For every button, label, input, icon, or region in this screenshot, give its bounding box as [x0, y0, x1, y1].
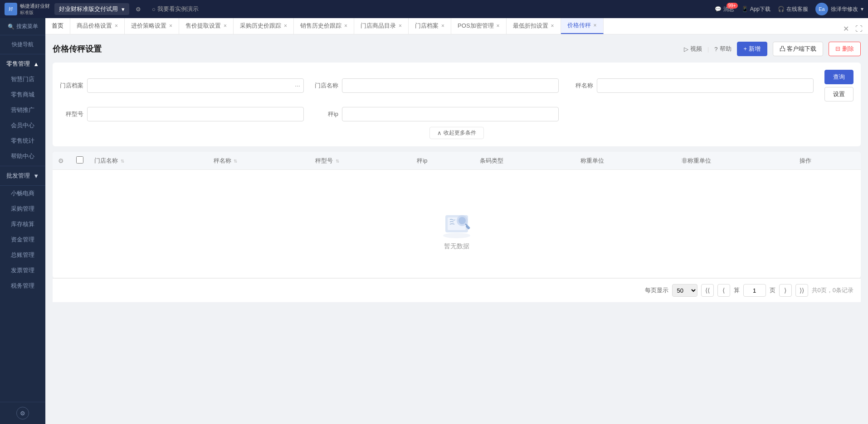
scale-ip-label: 秤ip — [315, 110, 338, 118]
tab-close-store-archive[interactable]: × — [441, 23, 444, 29]
user-menu[interactable]: Ea 徐泽华修改 ▾ — [815, 3, 863, 15]
tab-goods-price[interactable]: 商品价格设置 × — [70, 18, 125, 34]
headset-icon: 🎧 — [778, 6, 785, 12]
sidebar-item-purchase[interactable]: 采购管理 — [0, 201, 45, 217]
empty-state: 暂无数据 — [53, 170, 861, 278]
scale-ip-input[interactable] — [342, 107, 559, 121]
page-unit: 页 — [770, 286, 775, 294]
tab-home[interactable]: 首页 — [45, 18, 70, 34]
th-checkbox — [71, 152, 89, 170]
sidebar-item-member-center[interactable]: 会员中心 — [0, 118, 45, 133]
tab-close-store-catalog[interactable]: × — [399, 23, 402, 29]
content-area: 首页 商品价格设置 × 进价策略设置 × 售价提取设置 × 采购历史价跟踪 × … — [45, 18, 868, 424]
tab-purchase-strategy[interactable]: 进价策略设置 × — [125, 18, 179, 34]
sidebar-item-tax[interactable]: 税务管理 — [0, 278, 45, 294]
wholesale-section: 批发管理 ▼ — [0, 166, 45, 186]
sidebar-item-retail-stats[interactable]: 零售统计 — [0, 133, 45, 149]
logo-area: 好 畅捷通好业财 标准版 — [5, 3, 50, 15]
app-download-btn[interactable]: 📱 App下载 — [741, 5, 770, 13]
next-page-btn[interactable]: ⟩ — [779, 284, 792, 297]
settings-btn[interactable]: 设置 — [824, 87, 853, 101]
prev-page-btn[interactable]: ⟨ — [717, 284, 730, 297]
tab-close-sale-price[interactable]: × — [224, 23, 227, 29]
tab-close-goods-price[interactable]: × — [115, 23, 118, 29]
page-number-input[interactable] — [743, 284, 766, 297]
chevron-down-icon: ▼ — [33, 173, 39, 179]
store-name-input[interactable] — [342, 78, 559, 93]
th-scale-model[interactable]: 秤型号 ⇅ — [310, 152, 411, 170]
tab-price-scale[interactable]: 价格传秤 × — [561, 18, 604, 34]
tab-close-purchase-history[interactable]: × — [284, 23, 287, 29]
th-scale-name[interactable]: 秤名称 ⇅ — [208, 152, 310, 170]
sidebar-item-help-center[interactable]: 帮助中心 — [0, 149, 45, 164]
store-archive-input[interactable] — [87, 78, 304, 93]
select-all-checkbox[interactable] — [76, 156, 83, 164]
scale-name-input[interactable] — [597, 78, 814, 93]
sidebar-item-marketing[interactable]: 营销推广 — [0, 102, 45, 118]
tab-close-window-btn[interactable]: ✕ — [841, 24, 851, 34]
user-chevron-icon: ▾ — [861, 6, 863, 12]
online-service-btn[interactable]: 🎧 在线客服 — [778, 5, 808, 13]
scale-model-input[interactable] — [87, 107, 304, 121]
last-page-btn[interactable]: ⟩⟩ — [795, 284, 808, 297]
demo-link[interactable]: ○ 我要看实例演示 — [152, 5, 199, 13]
tab-sales-history[interactable]: 销售历史价跟踪 × — [294, 18, 354, 34]
per-page-select[interactable]: 50 10 20 100 — [672, 284, 697, 297]
sidebar-item-finance[interactable]: 资金管理 — [0, 232, 45, 247]
tab-close-price-scale[interactable]: × — [594, 22, 597, 29]
sidebar-item-invoice[interactable]: 发票管理 — [0, 263, 45, 278]
settings-icon[interactable]: ⚙ — [132, 3, 145, 15]
tab-store-catalog[interactable]: 门店商品目录 × — [354, 18, 409, 34]
tab-store-archive[interactable]: 门店档案 × — [409, 18, 451, 34]
form-row-1: 门店档案 ··· 门店名称 秤名称 — [60, 70, 853, 101]
logo-icon: 好 — [5, 3, 17, 15]
empty-state-cell: 暂无数据 — [53, 170, 861, 278]
retail-section-title[interactable]: 零售管理 ▲ — [0, 56, 45, 72]
sidebar-settings-btn[interactable]: ⚙ — [16, 407, 29, 419]
version-dropdown[interactable]: 好业财标准版交付试用 ▾ — [54, 3, 129, 15]
wholesale-section-title[interactable]: 批发管理 ▼ — [0, 168, 45, 183]
table-header: ⚙ 门店名称 ⇅ 秤名称 ⇅ — [53, 152, 861, 170]
chevron-up-icon: ▲ — [33, 61, 39, 67]
download-btn[interactable]: 凸 客户端下载 — [773, 42, 824, 56]
delete-btn[interactable]: ⊟ 删除 — [829, 42, 861, 56]
sort-icon-scale-model: ⇅ — [336, 159, 339, 164]
page-content: 价格传秤设置 ▷ 视频 | ? 帮助 + 新增 凸 客户端下载 — [45, 34, 868, 424]
messages-btn[interactable]: 💬 消息 99+ — [715, 5, 734, 13]
page-label: 算 — [734, 286, 740, 294]
query-btn[interactable]: 查询 — [824, 70, 853, 84]
first-page-btn[interactable]: ⟨⟨ — [701, 284, 714, 297]
th-barcode-type: 条码类型 — [474, 152, 575, 170]
tab-min-discount[interactable]: 最低折扣设置 × — [507, 18, 561, 34]
search-menu-btn[interactable]: 🔍 搜索菜单 — [0, 18, 45, 35]
sidebar-item-inventory[interactable]: 库存核算 — [0, 217, 45, 232]
page-title: 价格传秤设置 — [53, 43, 102, 54]
help-link[interactable]: ? 帮助 — [714, 45, 731, 53]
th-store-name[interactable]: 门店名称 ⇅ — [89, 152, 208, 170]
tab-close-min-discount[interactable]: × — [551, 23, 554, 29]
svg-point-4 — [458, 217, 466, 224]
store-archive-input-wrap: ··· — [87, 78, 304, 93]
tab-close-purchase-strategy[interactable]: × — [169, 23, 172, 29]
tab-close-pos-manage[interactable]: × — [497, 23, 500, 29]
tab-close-sales-history[interactable]: × — [344, 23, 347, 29]
table-settings-icon[interactable]: ⚙ — [58, 157, 64, 164]
tab-pos-manage[interactable]: POS加密管理 × — [451, 18, 506, 34]
sidebar-item-general-ledger[interactable]: 总账管理 — [0, 247, 45, 263]
collapse-btn[interactable]: ∧ 收起更多条件 — [429, 127, 484, 139]
video-link[interactable]: ▷ 视频 — [684, 45, 702, 53]
sidebar-item-quick-nav[interactable]: 快捷导航 — [0, 38, 45, 51]
tab-purchase-history[interactable]: 采购历史价跟踪 × — [234, 18, 294, 34]
ellipsis-btn[interactable]: ··· — [295, 82, 300, 89]
sidebar-item-smart-store[interactable]: 智慧门店 — [0, 72, 45, 87]
tab-sale-price[interactable]: 售价提取设置 × — [179, 18, 234, 34]
add-btn[interactable]: + 新增 — [737, 42, 767, 56]
chevron-down-icon: ▾ — [122, 6, 125, 13]
sidebar-bottom: ⚙ — [0, 402, 45, 424]
sidebar-item-ecommerce[interactable]: 小畅电商 — [0, 186, 45, 201]
top-bar: 好 畅捷通好业财 标准版 好业财标准版交付试用 ▾ ⚙ ○ 我要看实例演示 💬 … — [0, 0, 868, 18]
tab-fullscreen-btn[interactable]: ⛶ — [853, 24, 864, 34]
empty-illustration — [434, 197, 479, 242]
retail-section: 零售管理 ▲ 智慧门店 零售商城 营销推广 会员中心 零售统计 帮助中心 — [0, 54, 45, 166]
sidebar-item-retail-mall[interactable]: 零售商城 — [0, 87, 45, 102]
